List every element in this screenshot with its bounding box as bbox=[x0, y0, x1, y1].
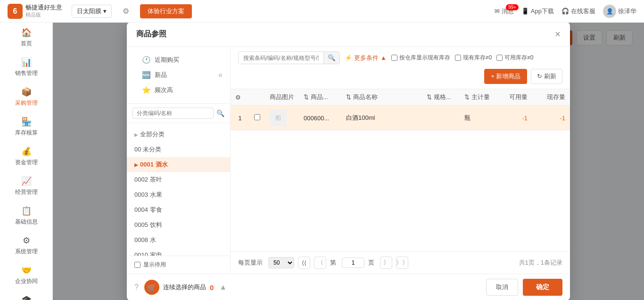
topnav-right: ✉ 消息 99+ 📱 App下载 🎧 在线客服 👤 徐泽华 bbox=[495, 5, 636, 18]
cat-label-liquor: 0001 酒水 bbox=[140, 160, 168, 169]
last-page-button[interactable]: 〉〉 bbox=[396, 257, 408, 269]
filter-arrow-icon: ▲ bbox=[380, 54, 387, 61]
product-search-input[interactable] bbox=[239, 52, 323, 64]
cat-label-all: 全部分类 bbox=[140, 130, 165, 139]
col-header-settings[interactable]: ⚙ bbox=[231, 89, 249, 106]
store-name: 日太阳膜 bbox=[77, 7, 101, 16]
cat-item-all[interactable]: ▶ 全部分类 bbox=[127, 127, 230, 142]
sidebar-item-finance[interactable]: 💰 资金管理 bbox=[0, 142, 52, 171]
messages-nav-item[interactable]: ✉ 消息 99+ bbox=[495, 7, 514, 16]
table-row[interactable]: 1 图 000600... 白酒100ml 瓶 bbox=[231, 106, 570, 131]
category-search-input[interactable] bbox=[132, 108, 214, 119]
cat-label-beverage: 0005 饮料 bbox=[134, 221, 162, 229]
cat-item-snack[interactable]: 0004 零食 bbox=[127, 202, 230, 217]
top-navigation: 6 畅捷通好生意 精品版 日太阳膜 ▾ ⚙ 体验行业方案 ✉ 消息 99+ 📱 … bbox=[0, 0, 644, 23]
category-search-bar: 🔍 bbox=[127, 104, 230, 123]
sort-icon-name: ⇅ bbox=[346, 93, 351, 100]
cell-index: 1 bbox=[231, 106, 249, 131]
cat-item-beverage[interactable]: 0005 饮料 bbox=[127, 217, 230, 233]
refresh-table-button[interactable]: ↻ 刷新 bbox=[531, 69, 562, 84]
checkbox-current-stock[interactable]: 现有库存≠0 bbox=[455, 54, 492, 62]
cell-check[interactable] bbox=[249, 106, 265, 131]
system-icon: ⚙ bbox=[23, 235, 30, 246]
sidebar-item-enterprise[interactable]: 🤝 企业协同 bbox=[0, 260, 52, 290]
add-product-button[interactable]: + 新增商品 bbox=[484, 69, 527, 84]
page-number-input[interactable] bbox=[342, 258, 364, 268]
table-header-row: ⚙ 商品图片 ⇅ 商品... bbox=[231, 89, 570, 106]
col-header-name[interactable]: ⇅ 商品名称 bbox=[341, 89, 422, 106]
quick-nav: 🕐 近期购买 🆕 新品 ⭐ 频次高 bbox=[127, 47, 230, 104]
quick-item-frequent[interactable]: ⭐ 频次高 bbox=[134, 83, 215, 98]
app-download-nav-item[interactable]: 📱 App下载 bbox=[521, 7, 554, 16]
sidebar-item-inventory[interactable]: 🏪 库存核算 bbox=[0, 112, 52, 142]
quick-item-recent[interactable]: 🕐 近期购买 bbox=[134, 52, 215, 67]
sidebar-item-sales[interactable]: 📊 销售管理 bbox=[0, 52, 52, 82]
col-header-unit: ⇅ 主计量 bbox=[460, 89, 495, 106]
category-tree: ▶ 全部分类 00 未分类 ▶ 0001 酒水 0002 茶 bbox=[127, 123, 230, 256]
user-nav-item[interactable]: 👤 徐泽华 bbox=[603, 5, 636, 18]
settings-icon[interactable]: ⚙ bbox=[119, 5, 132, 18]
sidebar-item-system[interactable]: ⚙ 系统管理 bbox=[0, 231, 52, 260]
clock-icon: 🕐 bbox=[142, 56, 151, 64]
checkbox-available-stock[interactable]: 可用库存≠0 bbox=[496, 54, 533, 62]
phone-icon: 📱 bbox=[521, 8, 529, 15]
customer-service-nav-item[interactable]: 🎧 在线客服 bbox=[561, 7, 595, 16]
avatar: 👤 bbox=[603, 5, 616, 18]
modal-close-button[interactable]: × bbox=[555, 29, 561, 40]
col-header-spec[interactable]: ⇅ 规格... bbox=[422, 89, 460, 106]
available-stock-checkbox[interactable] bbox=[496, 55, 503, 61]
sidebar-label-home: 首页 bbox=[21, 40, 32, 48]
page-suffix-label: 页 bbox=[368, 258, 374, 267]
current-stock-checkbox[interactable] bbox=[455, 55, 461, 61]
cart-area[interactable]: 🛒 连续选择的商品 0 bbox=[144, 280, 214, 295]
trial-button[interactable]: 体验行业方案 bbox=[140, 4, 192, 18]
finance-icon: 💰 bbox=[21, 146, 32, 157]
footer-collapse-button[interactable]: ▲ bbox=[219, 283, 227, 292]
sidebar-item-basic-info[interactable]: 📋 基础信息 bbox=[0, 201, 52, 231]
help-icon[interactable]: ? bbox=[134, 283, 139, 292]
logo-icon: 6 bbox=[8, 4, 23, 19]
sidebar-item-operations[interactable]: 📈 经营管理 bbox=[0, 171, 52, 201]
cat-label-tea: 0002 茶叶 bbox=[134, 175, 162, 184]
show-disabled-label[interactable]: 显示停用 bbox=[143, 261, 166, 269]
left-panel: 🕐 近期购买 🆕 新品 ⭐ 频次高 bbox=[127, 47, 231, 274]
cell-name: 白酒100ml bbox=[341, 106, 422, 131]
cancel-button[interactable]: 取消 bbox=[486, 279, 518, 296]
col-header-avail: 可用量 bbox=[495, 89, 532, 106]
filter-btn-label: 更多条件 bbox=[354, 54, 379, 62]
sidebar-item-purchase[interactable]: 📦 采购管理 bbox=[0, 82, 52, 112]
product-thumbnail: 图 bbox=[270, 109, 287, 126]
cat-label-fruit: 0003 水果 bbox=[134, 191, 162, 199]
sidebar-item-guide[interactable]: 🎓 新手引导 bbox=[0, 290, 52, 300]
left-panel-collapse-button[interactable]: « bbox=[215, 69, 226, 81]
product-search-button[interactable]: 🔍 bbox=[323, 52, 339, 64]
cat-item-fruit[interactable]: 0003 水果 bbox=[127, 187, 230, 202]
sidebar-item-home[interactable]: 🏠 首页 bbox=[0, 23, 52, 52]
category-search-button[interactable]: 🔍 bbox=[216, 109, 224, 117]
show-disabled-checkbox[interactable] bbox=[134, 262, 140, 268]
next-page-button[interactable]: 〉 bbox=[380, 257, 392, 269]
per-page-select[interactable]: 50 10 20 100 bbox=[268, 257, 294, 268]
prev-page-button[interactable]: 〈 bbox=[314, 257, 326, 269]
filter-icon: ⚡ bbox=[345, 54, 352, 61]
checkbox-warehouse-stock[interactable]: 按仓库显示现有库存 bbox=[391, 54, 450, 62]
cat-item-appliance[interactable]: 0010 家电 bbox=[127, 248, 230, 256]
more-filters-button[interactable]: ⚡ 更多条件 ▲ bbox=[345, 54, 387, 62]
star-icon: ⭐ bbox=[142, 86, 151, 94]
cat-item-liquor[interactable]: ▶ 0001 酒水 bbox=[127, 157, 230, 172]
modal-header: 商品参照 × bbox=[127, 23, 570, 47]
page-text-label: 第 bbox=[330, 258, 336, 267]
store-selector[interactable]: 日太阳膜 ▾ bbox=[72, 5, 112, 18]
first-page-button[interactable]: ⟨⟨ bbox=[298, 257, 310, 269]
warehouse-stock-checkbox[interactable] bbox=[391, 55, 397, 61]
row-checkbox[interactable] bbox=[254, 114, 260, 120]
col-header-code[interactable]: ⇅ 商品... bbox=[299, 89, 341, 106]
sidebar-label-enterprise: 企业协同 bbox=[15, 277, 38, 285]
quick-item-new[interactable]: 🆕 新品 bbox=[134, 67, 215, 83]
cat-item-water[interactable]: 0008 水 bbox=[127, 233, 230, 248]
cell-img: 图 bbox=[265, 106, 299, 131]
sidebar-label-sales: 销售管理 bbox=[15, 69, 38, 77]
confirm-button[interactable]: 确定 bbox=[523, 279, 562, 296]
cat-item-uncategorized[interactable]: 00 未分类 bbox=[127, 142, 230, 157]
cat-item-tea[interactable]: 0002 茶叶 bbox=[127, 172, 230, 187]
